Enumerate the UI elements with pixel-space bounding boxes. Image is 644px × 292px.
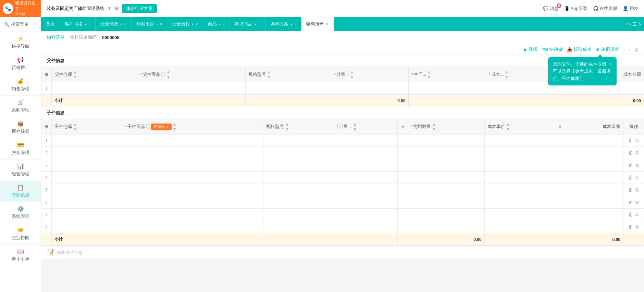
child-goods-cell[interactable]: [122, 184, 263, 196]
child-cost-unit-cell[interactable]: [484, 184, 555, 196]
parent-unit-cell-1[interactable]: [331, 82, 408, 95]
delete-icon[interactable]: 🗑: [628, 187, 633, 192]
dropdown-arrow-icon[interactable]: ▼: [107, 6, 112, 11]
th-settings-parent[interactable]: ⚙: [41, 67, 52, 82]
delete-icon[interactable]: 🗑: [628, 199, 633, 205]
child-warehouse-cell[interactable]: [52, 135, 122, 147]
sort-cost-unit[interactable]: ▲▼: [506, 121, 510, 132]
child-goods-cell[interactable]: [122, 221, 263, 233]
sort-unit-parent[interactable]: ▲▼: [350, 69, 354, 80]
sidebar-item-inventory[interactable]: 📦 库存核算: [0, 117, 41, 138]
tab-home[interactable]: 首页: [41, 17, 60, 31]
child-warehouse-cell[interactable]: [52, 172, 122, 184]
th-settings-child[interactable]: ⚙: [41, 119, 52, 135]
child-qty-cell[interactable]: [408, 147, 484, 159]
child-cost-unit-cell[interactable]: [484, 135, 555, 147]
parent-warehouse-cell-1[interactable]: [52, 82, 137, 95]
sidebar-item-purchase[interactable]: 🛒 采购管理: [0, 96, 41, 117]
child-unit-cell[interactable]: [334, 172, 398, 184]
view-btn[interactable]: ▶ 视频: [524, 46, 537, 52]
sidebar-item-sales[interactable]: 💰 销售管理: [0, 74, 41, 96]
th-child-goods[interactable]: * 子件商品 ⓘ 扫码录入 ▲▼: [122, 119, 263, 135]
th-cost-unit[interactable]: 成本单价 ▲▼: [484, 119, 555, 135]
child-goods-cell[interactable]: [122, 135, 263, 147]
tab-bom-close[interactable]: ×: [326, 22, 328, 26]
window-close-icon[interactable]: ×: [638, 21, 641, 27]
app-download-btn[interactable]: 📱 App下载: [564, 5, 587, 12]
child-spec-cell[interactable]: [263, 147, 334, 159]
child-cost-unit-cell[interactable]: [484, 147, 555, 159]
delete-icon[interactable]: 🗑: [628, 175, 633, 180]
message-btn[interactable]: 💬 6 消息: [543, 5, 559, 12]
user-btn[interactable]: 👤 用友: [623, 5, 639, 12]
child-warehouse-cell[interactable]: [52, 209, 122, 221]
sidebar-item-marketing[interactable]: 📢 营销推广: [0, 53, 41, 74]
sidebar-item-quick-nav[interactable]: ⚡ 快捷导航: [0, 32, 41, 53]
sidebar-item-enterprise[interactable]: 🤝 企业协同: [0, 223, 41, 245]
child-goods-cell[interactable]: [122, 196, 263, 209]
tab-new-goods[interactable]: 新增商品 ▾ ×: [230, 17, 265, 31]
child-warehouse-cell[interactable]: [52, 147, 122, 159]
sort-child-goods[interactable]: ▲▼: [172, 121, 177, 132]
sort-spec-child[interactable]: ▲▼: [285, 121, 289, 132]
scan-button[interactable]: 扫码录入: [151, 124, 172, 130]
tab-next-icon[interactable]: ›: [629, 21, 631, 27]
child-unit-cell[interactable]: [334, 209, 398, 221]
sidebar-item-system[interactable]: ⚙️ 系统管理: [0, 202, 41, 223]
child-unit-cell[interactable]: [334, 221, 398, 233]
child-qty-cell[interactable]: [408, 184, 484, 196]
nav-right-icon[interactable]: ›: [629, 47, 630, 52]
copy-icon[interactable]: ⧉: [635, 150, 639, 155]
th-required-qty[interactable]: * 需用数量 ▲▼: [408, 119, 484, 135]
single-settings-btn[interactable]: ⚙ 单据设置: [596, 46, 619, 52]
delete-icon[interactable]: 🗑: [628, 138, 633, 143]
nav-left-icon[interactable]: ‹: [623, 47, 624, 52]
th-parent-goods[interactable]: * 父件商品 ⓘ ▲▼: [137, 67, 246, 82]
child-qty-cell[interactable]: [408, 159, 484, 172]
child-spec-cell[interactable]: [263, 135, 334, 147]
tab-customers[interactable]: 客户联络 ▾ ×: [60, 17, 96, 31]
tooltip-close-btn[interactable]: ×: [609, 61, 612, 68]
th-spec-parent[interactable]: 规格型号 ▲▼: [245, 67, 331, 82]
tab-menu-icon[interactable]: ☰: [632, 21, 637, 27]
child-unit-cell[interactable]: [334, 196, 398, 209]
tab-operations-close[interactable]: ×: [124, 22, 126, 26]
th-unit-parent[interactable]: * 计量... ▲▼: [331, 67, 408, 82]
tab-history-close[interactable]: ×: [196, 22, 198, 26]
delete-icon[interactable]: 🗑: [628, 212, 633, 217]
breadcrumb-bom[interactable]: 物料清单: [47, 34, 64, 40]
sidebar-item-finance[interactable]: 💳 资金管理: [0, 138, 41, 160]
copy-icon[interactable]: ⧉: [635, 224, 639, 230]
child-spec-cell[interactable]: [263, 159, 334, 172]
th-more-child2[interactable]: ▼: [555, 119, 565, 135]
child-qty-cell[interactable]: [408, 135, 484, 147]
sort-required-qty[interactable]: ▲▼: [432, 121, 436, 132]
tab-history[interactable]: 经营历程 ▾ ×: [167, 17, 203, 31]
copy-icon[interactable]: ⧉: [635, 212, 639, 217]
th-child-warehouse[interactable]: 子件仓库 ▲▼: [52, 119, 122, 135]
tab-bom[interactable]: 物料清单 ×: [301, 17, 333, 31]
th-more-child[interactable]: ▼: [398, 119, 408, 135]
tab-barcode[interactable]: 条码方案 ▾ ×: [266, 17, 301, 31]
child-unit-cell[interactable]: [334, 135, 398, 147]
child-goods-cell[interactable]: [122, 147, 263, 159]
shortcut-btn[interactable]: ⌨ 快捷键: [542, 46, 563, 52]
tab-goods[interactable]: 商品 ▾ ×: [203, 17, 230, 31]
child-qty-cell[interactable]: [408, 209, 484, 221]
sort-production[interactable]: ▲▼: [427, 69, 432, 80]
child-unit-cell[interactable]: [334, 184, 398, 196]
copy-icon[interactable]: ⧉: [635, 162, 639, 168]
service-btn[interactable]: 🎧 在线客服: [593, 5, 618, 12]
grid-icon[interactable]: ▦: [634, 47, 639, 52]
child-cost-unit-cell[interactable]: [484, 209, 555, 221]
child-spec-cell[interactable]: [263, 196, 334, 209]
sort-child-warehouse[interactable]: ▲▼: [73, 121, 77, 132]
tab-barcode-close[interactable]: ×: [294, 22, 296, 26]
delete-icon[interactable]: 🗑: [628, 150, 633, 155]
sort-parent-goods[interactable]: ▲▼: [166, 69, 171, 80]
sort-parent-warehouse[interactable]: ▲▼: [73, 69, 77, 80]
copy-icon[interactable]: ⧉: [635, 187, 639, 192]
th-unit-child[interactable]: * 计量... ▲▼: [334, 119, 398, 135]
child-goods-cell[interactable]: [122, 172, 263, 184]
copy-icon[interactable]: ⧉: [635, 175, 639, 180]
